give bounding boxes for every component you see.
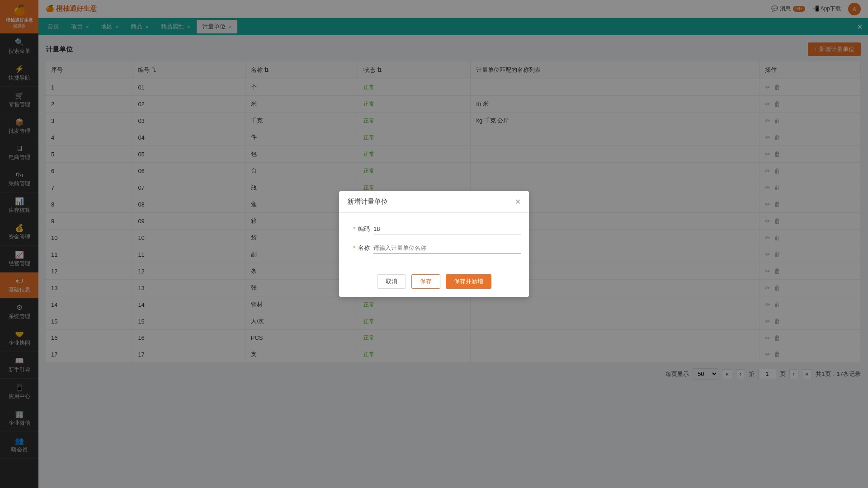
form-row-code: * 编码 [347, 224, 521, 235]
modal-title: 新增计量单位 [347, 197, 388, 206]
modal-overlay[interactable]: 新增计量单位 ✕ * 编码 * 名称 取消 保存 保存并新增 [0, 0, 868, 488]
modal-body: * 编码 * 名称 [339, 213, 529, 269]
save-button[interactable]: 保存 [411, 274, 440, 289]
save-and-new-button[interactable]: 保存并新增 [446, 274, 491, 289]
required-star-name: * [353, 244, 355, 251]
name-input[interactable] [373, 243, 521, 253]
form-row-name: * 名称 [347, 243, 521, 253]
modal-close-button[interactable]: ✕ [515, 197, 521, 206]
cancel-button[interactable]: 取消 [377, 274, 406, 289]
code-input[interactable] [373, 224, 521, 235]
required-star: * [353, 225, 355, 232]
name-label: * 名称 [347, 244, 370, 252]
modal-header: 新增计量单位 ✕ [339, 191, 529, 213]
add-unit-modal: 新增计量单位 ✕ * 编码 * 名称 取消 保存 保存并新增 [339, 191, 529, 297]
code-label: * 编码 [347, 225, 370, 233]
modal-footer: 取消 保存 保存并新增 [339, 269, 529, 297]
